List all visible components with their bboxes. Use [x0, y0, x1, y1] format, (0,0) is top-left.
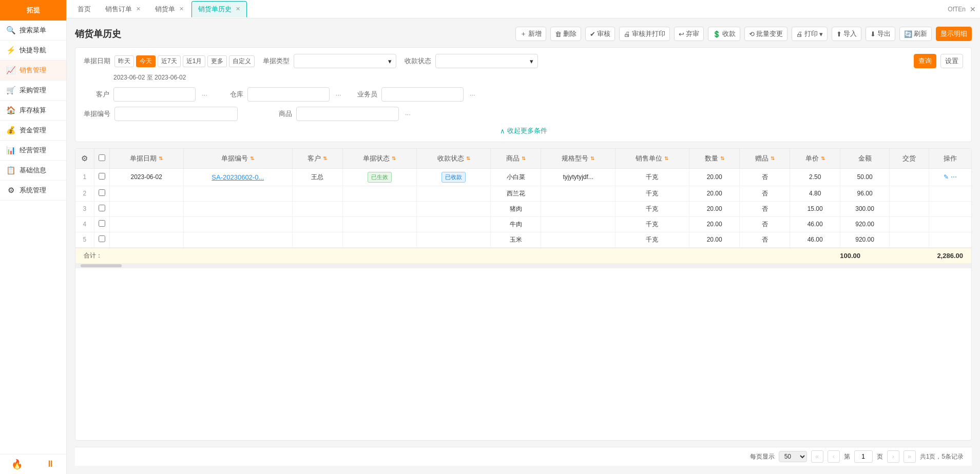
th-goods[interactable]: 商品 ⇅	[491, 149, 541, 168]
row-doc-number-2[interactable]	[183, 201, 292, 216]
select-all-checkbox[interactable]	[99, 154, 105, 161]
row-doc-number-0[interactable]: SA-20230602-0...	[183, 168, 292, 186]
row-doc-number-4[interactable]	[183, 232, 292, 247]
row-sales-unit-4: 千克	[615, 232, 689, 247]
th-customer[interactable]: 客户 ⇅	[292, 149, 342, 168]
th-doc-number[interactable]: 单据编号 ⇅	[183, 149, 292, 168]
table-row: 12023-06-02SA-20230602-0...王总已生效已收款小白菜ty…	[75, 168, 971, 186]
sidebar-fire-btn[interactable]: 🔥	[11, 459, 23, 470]
th-payment-status[interactable]: 收款状态 ⇅	[417, 149, 491, 168]
tab-close-sales-order[interactable]: ✕	[136, 6, 141, 12]
row-edit-btn[interactable]: ✎	[944, 173, 949, 181]
abandon-button[interactable]: ↩ 弃审	[674, 27, 704, 41]
date-btn-7days[interactable]: 近7天	[158, 55, 181, 67]
scrollbar-thumb[interactable]	[81, 264, 122, 267]
date-btn-yesterday[interactable]: 昨天	[114, 55, 134, 67]
row-actions-0[interactable]: ✎⋯	[929, 168, 971, 186]
th-quantity[interactable]: 数量 ⇅	[689, 149, 740, 168]
row-checkbox-1[interactable]	[94, 186, 109, 201]
show-detail-button[interactable]: 显示明细	[936, 27, 972, 41]
receive-button[interactable]: 💲 收款	[708, 27, 740, 41]
row-actions-3[interactable]	[929, 216, 971, 232]
th-spec[interactable]: 规格型号 ⇅	[541, 149, 615, 168]
pager-last-btn[interactable]: »	[904, 450, 916, 463]
row-quantity-3: 20.00	[689, 216, 740, 232]
tab-close-sales-goods[interactable]: ✕	[179, 6, 184, 12]
new-button[interactable]: ＋ 新增	[515, 27, 546, 41]
collapse-button[interactable]: ∧ 收起更多条件	[84, 126, 963, 135]
export-button[interactable]: ⬇ 导出	[866, 27, 895, 41]
goods-input[interactable]	[296, 107, 399, 121]
tab-sales-order[interactable]: 销售订单 ✕	[99, 1, 147, 17]
doc-type-select[interactable]: ▾	[294, 54, 396, 68]
salesperson-input[interactable]	[381, 87, 464, 102]
doc-number-input[interactable]	[114, 107, 238, 121]
sidebar-item-sales-mgmt[interactable]: 📈 销售管理	[0, 61, 66, 81]
row-actions-2[interactable]	[929, 201, 971, 216]
per-page-select[interactable]: 50 100 200	[779, 451, 807, 462]
row-checkbox-4[interactable]	[94, 232, 109, 247]
sidebar-item-quick-nav[interactable]: ⚡ 快捷导航	[0, 41, 66, 61]
customer-ellipsis[interactable]: ···	[200, 91, 209, 98]
refresh-button[interactable]: 🔄 刷新	[899, 27, 932, 41]
th-gift[interactable]: 赠品 ⇅	[740, 149, 790, 168]
row-actions-1[interactable]	[929, 186, 971, 201]
sidebar-item-search-menu[interactable]: 🔍 搜索菜单	[0, 21, 66, 41]
date-btn-today[interactable]: 今天	[136, 55, 156, 67]
tab-sales-history[interactable]: 销货单历史 ✕	[191, 1, 247, 17]
row-checkbox-3[interactable]	[94, 216, 109, 232]
goods-ellipsis[interactable]: ···	[403, 110, 413, 118]
pager-next-btn[interactable]: ›	[887, 450, 899, 463]
page-num-input[interactable]	[854, 450, 873, 463]
sidebar-item-sys-mgmt[interactable]: ⚙ 系统管理	[0, 181, 66, 201]
th-settings[interactable]: ⚙	[75, 149, 94, 168]
th-doc-status[interactable]: 单据状态 ⇅	[342, 149, 416, 168]
row-more-btn[interactable]: ⋯	[951, 173, 957, 181]
settings-button[interactable]: 设置	[940, 54, 963, 68]
row-doc-number-1[interactable]	[183, 186, 292, 201]
sidebar-item-inventory-calc[interactable]: 🏠 库存核算	[0, 101, 66, 121]
row-actions-4[interactable]	[929, 232, 971, 247]
query-button[interactable]: 查询	[914, 54, 936, 68]
row-checkbox-2[interactable]	[94, 201, 109, 216]
date-btn-custom[interactable]: 自定义	[229, 55, 255, 67]
tab-bar-close-icon[interactable]: ✕	[970, 5, 976, 13]
sidebar-item-finance-mgmt[interactable]: 💰 资金管理	[0, 121, 66, 141]
th-unit-price[interactable]: 单价 ⇅	[790, 149, 840, 168]
th-sales-unit[interactable]: 销售单位 ⇅	[615, 149, 689, 168]
horizontal-scrollbar[interactable]	[75, 263, 971, 268]
sort-doc-status-icon: ⇅	[392, 155, 396, 161]
tab-sales-goods[interactable]: 销货单 ✕	[148, 1, 190, 17]
row-doc-status-0: 已生效	[342, 168, 416, 186]
sidebar-item-basic-info[interactable]: 📋 基础信息	[0, 161, 66, 181]
pager-first-btn[interactable]: «	[811, 450, 823, 463]
row-spec-1	[541, 186, 615, 201]
customer-input[interactable]	[113, 87, 196, 102]
payment-status-select[interactable]: ▾	[435, 54, 538, 68]
sidebar-item-purchase-mgmt[interactable]: 🛒 采购管理	[0, 81, 66, 101]
column-settings-icon[interactable]: ⚙	[81, 154, 88, 163]
audit-print-button[interactable]: 🖨 审核并打印	[619, 27, 670, 41]
batch-change-button[interactable]: ⟲ 批量变更	[744, 27, 787, 41]
pagination-bar: 每页显示 50 100 200 « ‹ 第 页 › » 共1页，5条记录	[75, 447, 972, 466]
warehouse-ellipsis[interactable]: ···	[334, 91, 343, 98]
date-btn-more[interactable]: 更多	[207, 55, 227, 67]
pager-prev-btn[interactable]: ‹	[828, 450, 840, 463]
date-btn-1month[interactable]: 近1月	[183, 55, 206, 67]
import-button[interactable]: ⬆ 导入	[832, 27, 861, 41]
sidebar-item-ops-mgmt[interactable]: 📊 经营管理	[0, 141, 66, 161]
warehouse-input[interactable]	[247, 87, 330, 102]
row-doc-number-3[interactable]	[183, 216, 292, 232]
th-doc-date[interactable]: 单据日期 ⇅	[109, 149, 183, 168]
sidebar-pause-btn[interactable]: ⏸	[46, 459, 55, 470]
audit-button[interactable]: ✔ 审核	[585, 27, 615, 41]
main-content: 首页 销售订单 ✕ 销货单 ✕ 销货单历史 ✕ OfTEn ✕ 销货单历史 ＋ …	[67, 0, 980, 474]
row-transaction-0	[889, 168, 929, 186]
print-button[interactable]: 🖨 打印 ▾	[792, 27, 828, 41]
salesperson-ellipsis[interactable]: ···	[468, 91, 477, 98]
tab-close-sales-history[interactable]: ✕	[236, 6, 240, 12]
delete-button[interactable]: 🗑 删除	[550, 27, 581, 41]
th-transaction: 交货	[889, 149, 929, 168]
tab-home[interactable]: 首页	[71, 1, 98, 17]
row-checkbox-0[interactable]	[94, 168, 109, 186]
